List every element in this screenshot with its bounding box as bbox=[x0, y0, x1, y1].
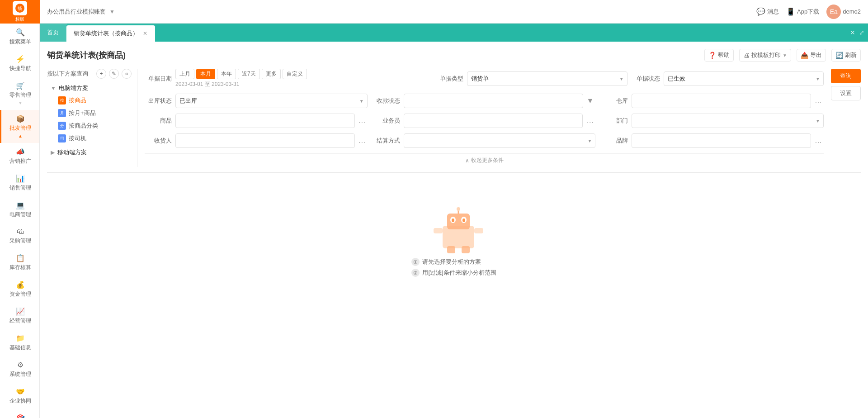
app-logo[interactable]: 畅 标版 bbox=[0, 0, 40, 24]
tree-mobile-group[interactable]: ▶ 移动端方案 bbox=[47, 147, 132, 158]
svg-rect-3 bbox=[447, 214, 470, 229]
query-button[interactable]: 查询 bbox=[831, 69, 861, 83]
tab-home[interactable]: 首页 bbox=[40, 24, 66, 42]
sidebar-item-system[interactable]: ⚙ 系统管理 bbox=[0, 356, 39, 383]
sidebar-item-label: 快捷导航 bbox=[9, 65, 31, 72]
right-panel: 单据日期 上月 本月 本年 近7天 更多 自定义 bbox=[137, 69, 861, 167]
department-input[interactable] bbox=[632, 114, 824, 128]
industry-title: 办公用品行业模拟账套 bbox=[47, 8, 106, 16]
salesman-input[interactable] bbox=[404, 114, 583, 128]
warehouse-input[interactable] bbox=[632, 94, 811, 108]
sidebar-item-basic[interactable]: 📁 基础信息 bbox=[0, 329, 39, 356]
tree-desktop-children: 按 按商品 月 按月+商品 分 按商品分类 司 bbox=[47, 94, 132, 145]
tree-item-by-month-goods[interactable]: 月 按月+商品 bbox=[54, 107, 132, 119]
add-solution-button[interactable]: + bbox=[96, 69, 106, 79]
filter-date: 单据日期 上月 本月 本年 近7天 更多 自定义 bbox=[145, 69, 431, 88]
phone-icon: 📱 bbox=[786, 7, 795, 16]
tab-minimize-icon[interactable]: ✕ bbox=[850, 29, 855, 36]
logo-icon: 畅 bbox=[13, 1, 27, 15]
edit-solution-button[interactable]: ✎ bbox=[109, 69, 119, 79]
svg-rect-12 bbox=[447, 246, 455, 253]
tab-sales-stat[interactable]: 销货单统计表（按商品） ✕ bbox=[66, 25, 155, 42]
tab-maximize-icon[interactable]: ⤢ bbox=[859, 29, 864, 36]
date-btn-this-year[interactable]: 本年 bbox=[217, 69, 236, 79]
retail-icon: 🛒 bbox=[16, 81, 25, 90]
tree-desktop-group[interactable]: ▼ 电脑端方案 bbox=[47, 82, 132, 94]
filter-doc-type: 单据类型 bbox=[436, 71, 627, 86]
industry-dropdown-icon[interactable]: ▼ bbox=[109, 9, 115, 15]
filter-row-4: 收货人 … 结算方式 bbox=[145, 133, 824, 148]
goods-dots[interactable]: … bbox=[357, 117, 368, 125]
sidebar-item-purchase[interactable]: 🛍 采购管理 bbox=[0, 223, 39, 249]
expand-icon-active: ▲ bbox=[18, 133, 23, 138]
sidebar-item-label: 电商管理 bbox=[9, 211, 31, 218]
receiver-label: 收货人 bbox=[145, 137, 172, 145]
salesman-dots[interactable]: … bbox=[585, 117, 595, 125]
left-panel-header: 按以下方案查询 + ✎ « bbox=[47, 69, 132, 79]
sidebar-item-operations[interactable]: 📈 经营管理 bbox=[0, 303, 39, 329]
settle-wrapper bbox=[404, 133, 596, 148]
sidebar-item-marketing[interactable]: 📣 营销推广 bbox=[0, 143, 39, 170]
message-action[interactable]: 💬 消息 bbox=[756, 7, 779, 16]
user-profile[interactable]: Ea demo2 bbox=[826, 5, 861, 19]
date-btn-this-month[interactable]: 本月 bbox=[196, 69, 215, 79]
desktop-group-label: 电脑端方案 bbox=[59, 84, 88, 92]
refresh-button[interactable]: 🔄 刷新 bbox=[831, 49, 861, 62]
receiver-input[interactable] bbox=[175, 133, 355, 148]
setting-button[interactable]: 设置 bbox=[831, 86, 861, 100]
doc-status-input[interactable] bbox=[664, 71, 824, 86]
filter-doc-status: 单据状态 bbox=[633, 71, 824, 86]
content-area: 销货单统计表(按商品) ❓ 帮助 🖨 按模板打印 ▼ 📤 导出 bbox=[40, 42, 868, 418]
settle-input[interactable] bbox=[404, 133, 596, 148]
tree-arrow-right: ▶ bbox=[51, 149, 55, 156]
sidebar-item-sales[interactable]: 📊 销售管理 bbox=[0, 170, 39, 196]
empty-tip-1: ① 请先选择要分析的方案 bbox=[411, 258, 496, 266]
sidebar-item-inventory[interactable]: 📋 库存核算 bbox=[0, 249, 39, 276]
tab-expand-area: ✕ ⤢ bbox=[850, 29, 864, 36]
date-btn-last-month[interactable]: 上月 bbox=[175, 69, 194, 79]
sidebar-item-quick-nav[interactable]: ⚡ 快捷导航 bbox=[0, 50, 39, 77]
tree-item-by-goods[interactable]: 按 按商品 bbox=[54, 94, 132, 107]
export-button[interactable]: 📤 导出 bbox=[797, 49, 826, 62]
warehouse-dots[interactable]: … bbox=[813, 97, 824, 105]
collapse-icon: « bbox=[125, 71, 128, 77]
brand-input[interactable] bbox=[632, 133, 811, 148]
sidebar-item-finance[interactable]: 💰 资金管理 bbox=[0, 276, 39, 303]
tree-item-by-clerk[interactable]: 司 按司机 bbox=[54, 132, 132, 145]
out-status-input[interactable] bbox=[175, 94, 368, 108]
filter-department: 部门 bbox=[601, 114, 824, 128]
receiver-dots[interactable]: … bbox=[357, 137, 368, 145]
date-range-text: 2023-03-01 至 2023-03-31 bbox=[175, 81, 431, 88]
print-button[interactable]: 🖨 按模板打印 ▼ bbox=[739, 49, 791, 62]
doc-type-input[interactable] bbox=[467, 71, 627, 86]
sidebar-item-ecommerce[interactable]: 💻 电商管理 bbox=[0, 196, 39, 223]
export-label: 导出 bbox=[810, 51, 822, 59]
sidebar-item-guide[interactable]: 🎯 新手引导 bbox=[0, 409, 39, 418]
date-btn-more[interactable]: 更多 bbox=[262, 69, 281, 79]
app-download-action[interactable]: 📱 App下载 bbox=[786, 7, 819, 16]
marketing-icon: 📣 bbox=[16, 147, 25, 156]
sidebar-item-search[interactable]: 🔍 搜索菜单 bbox=[0, 24, 39, 50]
help-button[interactable]: ❓ 帮助 bbox=[704, 49, 734, 62]
goods-input[interactable] bbox=[175, 114, 355, 128]
inventory-icon: 📋 bbox=[16, 254, 25, 262]
empty-tips: ① 请先选择要分析的方案 ② 用[过滤]条件来缩小分析范围 bbox=[411, 258, 496, 280]
sidebar-item-wholesale[interactable]: 📦 批发管理 ▲ bbox=[0, 110, 39, 143]
print-dropdown-icon[interactable]: ▼ bbox=[783, 53, 787, 58]
date-btn-last-7-days[interactable]: 近7天 bbox=[238, 69, 260, 79]
sidebar-item-label: 批发管理 bbox=[9, 124, 31, 132]
sidebar-item-enterprise[interactable]: 🤝 企业协同 bbox=[0, 383, 39, 409]
brand-dots[interactable]: … bbox=[813, 137, 824, 145]
tab-close-icon[interactable]: ✕ bbox=[143, 30, 147, 37]
section-divider bbox=[47, 172, 861, 173]
receipt-status-dots[interactable]: ▼ bbox=[585, 97, 596, 105]
collapse-button[interactable]: ∧ 收起更多条件 bbox=[465, 157, 504, 164]
date-btn-custom[interactable]: 自定义 bbox=[283, 69, 307, 79]
page-content: 销货单统计表(按商品) ❓ 帮助 🖨 按模板打印 ▼ 📤 导出 bbox=[40, 42, 868, 418]
collapse-solution-button[interactable]: « bbox=[122, 69, 132, 79]
message-label: 消息 bbox=[767, 8, 779, 16]
left-panel-actions: + ✎ « bbox=[96, 69, 132, 79]
tree-item-by-goods-category[interactable]: 分 按商品分类 bbox=[54, 119, 132, 132]
sidebar-item-retail[interactable]: 🛒 零售管理 ▼ bbox=[0, 77, 39, 110]
receipt-status-input[interactable] bbox=[404, 94, 583, 108]
